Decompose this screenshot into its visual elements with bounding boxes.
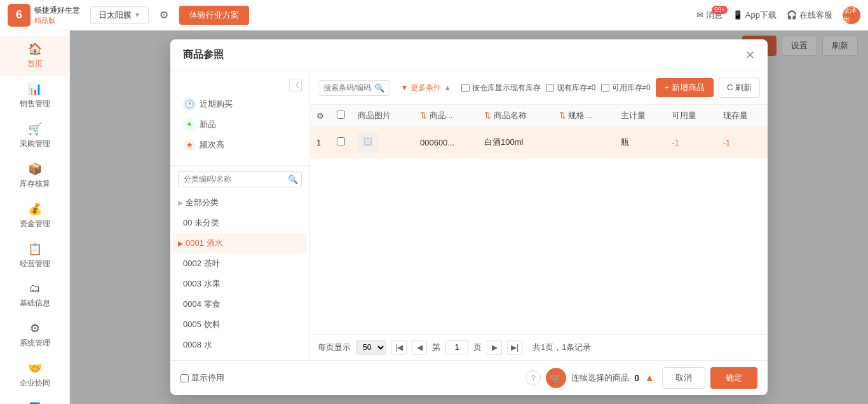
headset-icon: 🎧 <box>787 10 797 20</box>
branch-selector[interactable]: 日太阳膜 ▼ <box>90 6 149 24</box>
cart-icon: 🛒 <box>546 368 566 388</box>
cell-checkbox[interactable] <box>330 127 351 158</box>
checkbox-by-warehouse[interactable]: 按仓库显示现有库存 <box>461 83 541 93</box>
first-page-button[interactable]: |◀ <box>391 340 407 355</box>
user-profile[interactable]: 徐泽华 <box>843 6 860 24</box>
main-layout: 🏠 首页 📊 销售管理 🛒 采购管理 📦 库存核算 💰 资金管理 📋 经营管理 … <box>0 30 868 404</box>
product-search-input[interactable] <box>323 83 372 92</box>
row-checkbox[interactable] <box>337 137 345 145</box>
category-search-wrap: 🔍 <box>170 171 309 187</box>
category-item-0001[interactable]: ▶ 0001 酒水 <box>173 233 307 253</box>
top-navigation: 6 畅捷通好生意 精品版 日太阳膜 ▼ ⚙ 体验行业方案 ✉ 消息 99+ 📱 … <box>0 0 868 30</box>
phone-icon: 📱 <box>733 10 743 20</box>
avatar: 徐泽华 <box>843 6 860 24</box>
page-label: 第 <box>432 342 440 353</box>
next-page-button[interactable]: ▶ <box>487 340 502 355</box>
page-input[interactable] <box>445 340 468 354</box>
sidebar-item-finance[interactable]: 💰 资金管理 <box>0 196 69 236</box>
online-service-nav-item[interactable]: 🎧 在线客服 <box>787 10 832 21</box>
app-download-nav-item[interactable]: 📱 App下载 <box>733 10 776 21</box>
footer-actions: 取消 确定 <box>662 367 757 389</box>
trial-button[interactable]: 体验行业方案 <box>179 6 249 25</box>
more-filter-button[interactable]: ▼ 更多条件 ▲ <box>395 80 456 96</box>
divider <box>170 165 309 166</box>
category-search-input[interactable] <box>178 171 302 187</box>
col-spec[interactable]: ⇅ 规格... <box>553 105 614 127</box>
cart-count: 0 <box>634 373 639 383</box>
page-size-select[interactable]: 50 <box>356 340 386 355</box>
col-settings[interactable]: ⚙ <box>310 105 330 127</box>
purchase-icon: 🛒 <box>28 122 42 136</box>
sidebar-item-system[interactable]: ⚙ 系统管理 <box>0 315 69 355</box>
checkbox-input-stock[interactable] <box>546 84 554 92</box>
sidebar-item-purchase[interactable]: 🛒 采购管理 <box>0 116 69 156</box>
col-checkbox[interactable] <box>330 105 351 127</box>
sales-icon: 📊 <box>28 82 42 96</box>
checkbox-stock-nonzero[interactable]: 现有库存≠0 <box>546 83 595 93</box>
last-page-button[interactable]: ▶| <box>507 340 522 355</box>
show-disabled-checkbox[interactable]: 显示停用 <box>180 372 224 384</box>
col-name[interactable]: ⇅ 商品名称 <box>478 105 553 127</box>
nav-right: ✉ 消息 99+ 📱 App下载 🎧 在线客服 徐泽华 <box>696 6 860 24</box>
help-icon[interactable]: ? <box>526 370 541 386</box>
sidebar-item-label: 首页 <box>27 58 43 69</box>
refresh-list-button[interactable]: C 刷新 <box>719 77 760 98</box>
show-disabled-input[interactable] <box>180 374 189 382</box>
modal-body: 《 🕐 近期购买 ✦ 新品 ★ 频次高 <box>170 71 768 360</box>
search-icon: 🔍 <box>288 175 298 184</box>
sidebar-item-home[interactable]: 🏠 首页 <box>0 36 69 76</box>
category-item-0008[interactable]: 0008 水 <box>173 335 307 353</box>
checkbox-input-available[interactable] <box>601 84 609 92</box>
category-item-0005[interactable]: 0005 饮料 <box>173 314 307 335</box>
messages-nav-item[interactable]: ✉ 消息 99+ <box>696 10 722 21</box>
quick-item-new[interactable]: ✦ 新品 <box>178 114 302 135</box>
category-item-0004[interactable]: 0004 零食 <box>173 294 307 314</box>
category-item-all[interactable]: ▶ 全部分类 <box>173 192 307 213</box>
quick-item-recent[interactable]: 🕐 近期购买 <box>178 94 302 114</box>
product-search-bar[interactable]: 🔍 <box>318 80 390 96</box>
content-area: 查询 设置 刷新 商品参照 ✕ 《 <box>70 30 868 404</box>
add-product-button[interactable]: + 新增商品 <box>656 78 714 97</box>
checkbox-input-warehouse[interactable] <box>461 84 470 92</box>
right-panel: 🔍 ▼ 更多条件 ▲ 按仓库显示现有库存 <box>310 71 768 360</box>
new-icon: ✦ <box>183 118 196 131</box>
sidebar-item-guide[interactable]: 📘 新手引导 <box>0 395 69 404</box>
quick-item-frequent[interactable]: ★ 频次高 <box>178 135 302 155</box>
sidebar-item-operations[interactable]: 📋 经营管理 <box>0 236 69 276</box>
collapse-button[interactable]: 《 <box>289 79 302 91</box>
cancel-button[interactable]: 取消 <box>662 367 705 389</box>
sort-icon: ⇅ <box>484 111 491 120</box>
settings-icon[interactable]: ⚙ <box>154 5 174 25</box>
chevron-down-icon: ▼ <box>134 11 140 18</box>
col-code[interactable]: ⇅ 商品... <box>414 105 478 127</box>
sidebar-item-sales[interactable]: 📊 销售管理 <box>0 76 69 116</box>
fold-button[interactable]: ▲ <box>644 372 654 384</box>
category-item-0002[interactable]: 0002 茶叶 <box>173 253 307 274</box>
close-icon[interactable]: ✕ <box>745 50 755 61</box>
frequent-icon: ★ <box>183 138 196 151</box>
operations-icon: 📋 <box>28 242 42 256</box>
inventory-icon: 📦 <box>28 162 42 176</box>
sidebar-item-label: 经营管理 <box>20 259 50 269</box>
sidebar-item-label: 资金管理 <box>20 219 50 229</box>
col-image: 商品图片 <box>351 105 414 127</box>
sidebar-item-inventory[interactable]: 📦 库存核算 <box>0 156 69 196</box>
sidebar-item-corp[interactable]: 🤝 企业协同 <box>0 355 69 395</box>
confirm-button[interactable]: 确定 <box>710 367 757 389</box>
table-row[interactable]: 1 🖼 000600... 白酒100ml <box>310 127 768 158</box>
message-icon: ✉ <box>696 10 703 20</box>
sidebar-item-label: 库存核算 <box>20 178 50 189</box>
select-all-checkbox[interactable] <box>337 111 345 119</box>
prev-page-button[interactable]: ◀ <box>412 340 427 355</box>
system-icon: ⚙ <box>30 321 40 335</box>
page-size-label: 每页显示 <box>318 342 351 353</box>
cell-name: 白酒100ml <box>478 127 553 158</box>
gear-icon: ⚙ <box>316 111 324 121</box>
sidebar-item-basic-info[interactable]: 🗂 基础信息 <box>0 276 69 315</box>
checkbox-available-nonzero[interactable]: 可用库存≠0 <box>601 83 651 93</box>
cell-unit: 瓶 <box>614 127 665 158</box>
category-item-0003[interactable]: 0003 水果 <box>173 274 307 294</box>
product-reference-modal: 商品参照 ✕ 《 🕐 近期购买 ✦ <box>170 39 768 395</box>
table-body: 1 🖼 000600... 白酒100ml <box>310 127 768 158</box>
category-item-00[interactable]: 00 未分类 <box>173 213 307 233</box>
